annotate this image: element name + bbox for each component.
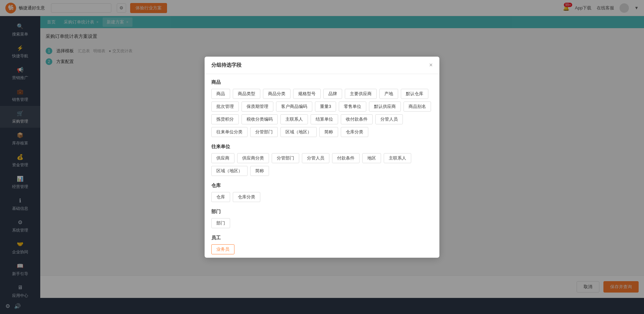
tag-department[interactable]: 部门 bbox=[211, 218, 230, 228]
tag-spec-model[interactable]: 规格型号 bbox=[293, 89, 321, 99]
tag-main-contact[interactable]: 主联系人 bbox=[280, 114, 308, 124]
section-warehouse-title: 仓库 bbox=[211, 183, 433, 189]
section-staff-title: 员工 bbox=[211, 235, 433, 241]
tag-payment-condition[interactable]: 付款条件 bbox=[332, 153, 360, 163]
tag-supplier-category[interactable]: 供应商分类 bbox=[237, 153, 269, 163]
tag-goods-type[interactable]: 商品类型 bbox=[233, 89, 260, 99]
tag-origin[interactable]: 产地 bbox=[379, 89, 398, 99]
tag-area[interactable]: 地区 bbox=[362, 153, 381, 163]
tag-supervisor-person[interactable]: 分管人员 bbox=[302, 153, 329, 163]
tag-salesperson[interactable]: 业务员 bbox=[211, 244, 234, 254]
section-staff: 员工 业务员 bbox=[211, 235, 433, 254]
tag-default-supplier[interactable]: 默认供应商 bbox=[369, 102, 401, 112]
tag-abbrev[interactable]: 简称 bbox=[250, 166, 269, 176]
tag-tax-code[interactable]: 税收分类编码 bbox=[241, 114, 278, 124]
section-department: 部门 部门 bbox=[211, 209, 433, 228]
section-department-title: 部门 bbox=[211, 209, 433, 215]
section-goods-title: 商品 bbox=[211, 79, 433, 85]
tag-goods-alias[interactable]: 商品别名 bbox=[404, 102, 431, 112]
section-partners: 往来单位 供应商 供应商分类 分管部门 分管人员 付款条件 地区 主联系人 区域… bbox=[211, 144, 433, 176]
section-goods: 商品 商品 商品类型 商品分类 规格型号 品牌 主要供应商 产地 默认仓库 批次… bbox=[211, 79, 433, 137]
tag-main-contact2[interactable]: 主联系人 bbox=[384, 153, 411, 163]
field-select-modal: 分组待选字段 × 商品 商品 商品类型 商品分类 规格型号 品牌 主要供应商 产… bbox=[205, 57, 439, 258]
section-department-tags: 部门 bbox=[211, 218, 433, 228]
tag-batch-mgmt[interactable]: 批次管理 bbox=[211, 102, 239, 112]
tag-region2[interactable]: 区域（地区） bbox=[211, 166, 248, 176]
tag-partner-category[interactable]: 往来单位分类 bbox=[211, 127, 248, 137]
tag-goods-category[interactable]: 商品分类 bbox=[263, 89, 290, 99]
tag-default-warehouse[interactable]: 默认仓库 bbox=[401, 89, 428, 99]
tag-brand[interactable]: 品牌 bbox=[323, 89, 342, 99]
tag-payment-terms[interactable]: 收付款条件 bbox=[341, 114, 373, 124]
tag-supervisor-dept[interactable]: 分管部门 bbox=[272, 153, 299, 163]
tag-region[interactable]: 区域（地区） bbox=[280, 127, 317, 137]
tag-supplier[interactable]: 供应商 bbox=[211, 153, 234, 163]
modal-overlay: 分组待选字段 × 商品 商品 商品类型 商品分类 规格型号 品牌 主要供应商 产… bbox=[0, 0, 644, 314]
modal-body: 商品 商品 商品类型 商品分类 规格型号 品牌 主要供应商 产地 默认仓库 批次… bbox=[205, 74, 439, 258]
modal-title: 分组待选字段 bbox=[211, 62, 241, 68]
tag-retail-unit[interactable]: 零售单位 bbox=[339, 102, 366, 112]
tag-warehouse-cat[interactable]: 仓库分类 bbox=[233, 192, 260, 202]
tag-shelf-life[interactable]: 保质期管理 bbox=[241, 102, 273, 112]
tag-pick-points[interactable]: 拣货积分 bbox=[211, 114, 239, 124]
section-partners-title: 往来单位 bbox=[211, 144, 433, 150]
section-goods-tags: 商品 商品类型 商品分类 规格型号 品牌 主要供应商 产地 默认仓库 批次管理 … bbox=[211, 89, 433, 137]
section-staff-tags: 业务员 bbox=[211, 244, 433, 254]
tag-settlement-unit[interactable]: 结算单位 bbox=[311, 114, 338, 124]
tag-short-name[interactable]: 简称 bbox=[319, 127, 338, 137]
tag-warehouse[interactable]: 仓库 bbox=[211, 192, 230, 202]
tag-supervisor-staff[interactable]: 分管人员 bbox=[375, 114, 403, 124]
tag-weight[interactable]: 重量3 bbox=[315, 102, 336, 112]
tag-main-supplier[interactable]: 主要供应商 bbox=[345, 89, 377, 99]
tag-warehouse-category[interactable]: 仓库分类 bbox=[341, 127, 368, 137]
section-warehouse: 仓库 仓库 仓库分类 bbox=[211, 183, 433, 202]
section-warehouse-tags: 仓库 仓库分类 bbox=[211, 192, 433, 202]
modal-header: 分组待选字段 × bbox=[205, 57, 439, 74]
tag-customer-code[interactable]: 客户商品编码 bbox=[276, 102, 312, 112]
section-partners-tags: 供应商 供应商分类 分管部门 分管人员 付款条件 地区 主联系人 区域（地区） … bbox=[211, 153, 433, 176]
tag-goods[interactable]: 商品 bbox=[211, 89, 230, 99]
tag-dept[interactable]: 分管部门 bbox=[250, 127, 278, 137]
modal-close-button[interactable]: × bbox=[429, 62, 433, 68]
